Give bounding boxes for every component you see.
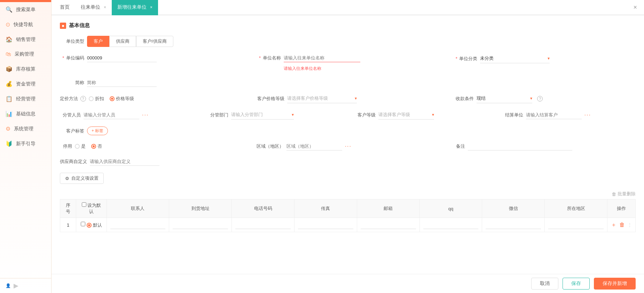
payment-condition-select[interactable]: 现结 ▾ (477, 94, 532, 103)
sidebar-item-basic-info[interactable]: 📊 基础信息 (0, 106, 51, 121)
sidebar-item-label: 系统管理 (14, 126, 33, 132)
settlement-more-btn[interactable]: ··· (584, 112, 591, 118)
pricing-help-icon[interactable]: ? (80, 96, 86, 101)
tab-new-partner-close[interactable]: × (150, 5, 152, 10)
unit-type-field: 单位类型 客户 供应商 客户/供应商 (60, 36, 636, 47)
short-name-input[interactable] (87, 79, 157, 87)
sidebar-item-sales[interactable]: 🏠 销售管理 (0, 32, 51, 47)
custom-settings-label: 自定义项设置 (71, 175, 99, 181)
unit-name-error: 请输入往来单位名称 (284, 66, 321, 72)
col-seq: 序号 (60, 200, 76, 218)
bottom-bar: 取消 保存 保存并新增 (52, 274, 644, 293)
unit-category-select[interactable]: 未分类 ▾ (480, 54, 550, 63)
custom-settings-button[interactable]: ⚙ 自定义项设置 (60, 173, 104, 184)
disabled-field: 停用 是 否 (60, 143, 243, 149)
region-input[interactable] (286, 142, 342, 150)
sidebar-item-label: 搜索菜单 (16, 7, 36, 13)
region-more-btn[interactable]: ··· (345, 143, 352, 149)
cell-phone[interactable] (232, 218, 294, 232)
sales-icon: 🏠 (6, 36, 13, 43)
type-btn-customer[interactable]: 客户 (87, 36, 109, 47)
note-field: 备注 (453, 142, 636, 150)
table-actions: 🗑 批量删除 (60, 191, 636, 197)
sidebar-item-inventory[interactable]: 📦 库存核算 (0, 62, 51, 76)
type-btn-supplier[interactable]: 供应商 (109, 36, 136, 47)
save-button[interactable]: 保存 (563, 278, 590, 290)
section-title-text: 基本信息 (69, 22, 90, 29)
trash-icon: 🗑 (612, 192, 616, 197)
disabled-label: 停用 (60, 143, 72, 149)
sidebar-item-purchase[interactable]: 🛍 采购管理 (0, 47, 51, 62)
payment-help-icon[interactable]: ? (537, 96, 543, 101)
cell-email[interactable] (357, 218, 419, 232)
type-btn-both[interactable]: 客户/供应商 (136, 36, 173, 47)
cell-fax[interactable] (294, 218, 357, 232)
tab-new-partner[interactable]: 新增往来单位 × (112, 0, 158, 15)
short-name-label: 简称 (60, 80, 84, 86)
cell-wechat[interactable] (482, 218, 545, 232)
cell-action: ＋ 🗑 ⋮ (607, 218, 635, 232)
tab-home-label: 首页 (60, 4, 70, 10)
tab-partner-close[interactable]: × (104, 5, 106, 10)
cell-region[interactable] (545, 218, 607, 232)
customer-price-select[interactable]: 请选择客户价格等级 ▾ (287, 94, 357, 103)
price-level-radio[interactable] (110, 96, 115, 101)
pricing-row: 定价方法 ? 折扣 价格等级 客户价格等级 请选择客户价 (60, 94, 636, 103)
sidebar-item-search[interactable]: 🔍 搜索菜单 (0, 2, 51, 17)
yes-radio[interactable] (75, 144, 80, 149)
disabled-yes-option[interactable]: 是 (75, 143, 86, 149)
settlement-label: 结算单位 (502, 112, 523, 118)
sidebar-item-guide[interactable]: 🔰 新手引导 (0, 136, 51, 151)
sidebar-item-operations[interactable]: 📋 经营管理 (0, 91, 51, 106)
unit-code-input[interactable] (87, 54, 157, 62)
supplier-custom-label: 供应商自定义 (60, 158, 87, 165)
default-radio[interactable] (87, 223, 92, 228)
department-placeholder: 请输入分管部门 (231, 112, 263, 118)
unit-name-input[interactable] (284, 54, 360, 62)
settlement-input[interactable] (526, 111, 582, 119)
discount-radio[interactable] (89, 96, 94, 101)
pricing-level-option[interactable]: 价格等级 (110, 96, 134, 102)
add-tag-button[interactable]: + 标签 (87, 127, 108, 135)
customer-level-select[interactable]: 请选择客户等级 ▾ (378, 110, 434, 120)
manager-more-btn[interactable]: ··· (142, 112, 149, 118)
delete-row-icon[interactable]: 🗑 (619, 222, 625, 228)
batch-delete-button[interactable]: 🗑 批量删除 (612, 191, 636, 197)
supplier-custom-input[interactable] (90, 157, 159, 166)
tab-home[interactable]: 首页 (54, 0, 75, 15)
unit-type-row: 单位类型 客户 供应商 客户/供应商 (60, 36, 636, 47)
col-action: 操作 (607, 200, 635, 218)
manager-field: 分管人员 ··· (60, 111, 194, 119)
no-label: 否 (97, 143, 102, 149)
row-actions: ＋ 🗑 ⋮ (611, 221, 632, 229)
home-icon: ⊙ (6, 21, 10, 28)
no-radio[interactable] (91, 144, 96, 149)
short-name-row: 简称 (60, 79, 636, 87)
sidebar-item-finance[interactable]: 💰 资金管理 (0, 76, 51, 91)
department-select[interactable]: 请输入分管部门 ▾ (231, 110, 294, 120)
cell-address[interactable] (169, 218, 232, 232)
sidebar-item-system[interactable]: ⚙ 系统管理 (0, 121, 51, 136)
guide-icon: 🔰 (6, 140, 13, 147)
tab-bar-close-btn[interactable]: × (629, 4, 641, 11)
tab-partner[interactable]: 往来单位 × (75, 0, 112, 15)
cell-qq[interactable] (419, 218, 482, 232)
select-all-checkbox[interactable] (82, 202, 86, 207)
disabled-no-option[interactable]: 否 (91, 143, 102, 149)
dept-arrow-icon: ▾ (292, 112, 294, 117)
manager-input[interactable] (84, 111, 139, 119)
save-new-button[interactable]: 保存并新增 (594, 278, 636, 290)
cell-contact[interactable] (107, 218, 169, 232)
search-icon: 🔍 (6, 6, 13, 13)
add-row-icon[interactable]: ＋ (611, 221, 616, 229)
purchase-icon: 🛍 (6, 51, 11, 57)
note-input[interactable] (468, 142, 572, 150)
section-title: ■ 基本信息 (60, 22, 636, 29)
unit-type-label: 单位类型 (60, 38, 84, 44)
sidebar-item-quick-nav[interactable]: ⊙ 快捷导航 (0, 17, 51, 32)
cancel-button[interactable]: 取消 (531, 278, 558, 290)
col-phone: 电话号码 (232, 200, 294, 218)
pricing-discount-option[interactable]: 折扣 (89, 96, 104, 102)
row-checkbox[interactable] (81, 222, 85, 226)
unit-code-field: * 单位编码 (60, 54, 243, 62)
